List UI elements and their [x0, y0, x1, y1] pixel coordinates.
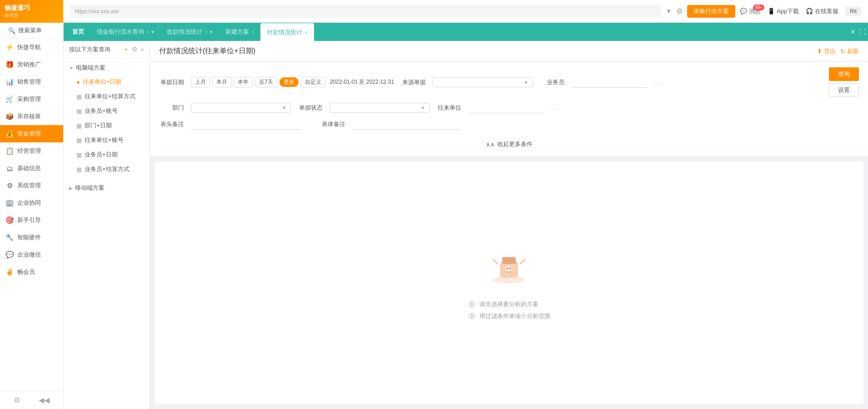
app-download-button[interactable]: 📱 App下载 — [768, 7, 799, 15]
unit-dots[interactable]: ... — [551, 105, 559, 111]
scheme-item-unit-date[interactable]: ● 往来单位+日期 — [64, 75, 150, 89]
section-arrow-desktop: ▼ — [69, 66, 74, 71]
section-arrow-mobile: ▶ — [69, 186, 73, 191]
svg-rect-2 — [502, 257, 516, 264]
add-scheme-icon[interactable]: ＋ — [123, 45, 129, 54]
scheme-sections: ▼ 电脑端方案 ● 往来单位+日期 ▦ 往来单位+结算方式 ▦ 业务员+账号 ▦… — [64, 59, 150, 197]
address-text: https://xxx.xxx.xxx — [75, 8, 119, 15]
trial-button[interactable]: 体验行业方案 — [687, 5, 735, 18]
this-month-btn[interactable]: 本月 — [212, 77, 231, 87]
sidebar-label-sales: 销售管理 — [17, 78, 41, 86]
dept-arrow-icon: ▼ — [282, 105, 287, 111]
export-button[interactable]: ⬆ 导出 — [817, 47, 836, 56]
close-tab-receipt-stats[interactable]: × — [205, 29, 207, 35]
filter-settings-button[interactable]: 设置 — [829, 83, 859, 97]
basic-info-icon: 🗂 — [5, 164, 14, 172]
staff-input[interactable] — [571, 77, 648, 88]
scheme-item-staff-date[interactable]: ▦ 业务员+日期 — [64, 147, 150, 162]
sidebar-label-capital: 资金管理 — [17, 130, 41, 138]
scheme-item-icon-staff-date: ▦ — [76, 151, 82, 158]
sidebar-item-marketing[interactable]: 🎁 营销推广 — [0, 56, 63, 73]
tab-arrow-receipt-stats[interactable]: ▾ — [210, 29, 213, 35]
more-date-btn[interactable]: 更多 — [279, 77, 299, 87]
scheme-section-header-desktop[interactable]: ▼ 电脑端方案 — [64, 61, 150, 75]
search-menu[interactable]: 🔍 搜索菜单 — [0, 23, 63, 39]
sidebar-item-system[interactable]: ⚙ 系统管理 — [0, 177, 63, 194]
svg-point-3 — [505, 266, 513, 273]
sidebar-item-guide[interactable]: 🎯 新手引导 — [0, 212, 63, 229]
scheme-item-staff-settle[interactable]: ▦ 业务员+结算方式 — [64, 162, 150, 177]
address-arrow[interactable]: ▼ — [666, 8, 672, 15]
tab-payment-stats[interactable]: 付款情况统计× — [260, 23, 314, 41]
sidebar-label-smart-hw: 智能硬件 — [17, 233, 41, 242]
sidebar-item-member[interactable]: ✌ 畅会员 — [0, 263, 63, 281]
scheme-item-dept-date[interactable]: ▦ 部门+日期 — [64, 118, 150, 133]
dept-label: 部门 — [159, 104, 184, 112]
messages-button[interactable]: 💬 消息 99+ — [740, 7, 761, 15]
sidebar-item-sales[interactable]: 📊 销售管理 — [0, 73, 63, 91]
sidebar-item-enterprise[interactable]: 🏢 企业协同 — [0, 194, 63, 212]
sidebar-item-inventory[interactable]: 📦 库存核算 — [0, 108, 63, 125]
wechat-icon: 💬 — [5, 251, 14, 259]
scheme-item-unit-account[interactable]: ▦ 往来单位+账号 — [64, 133, 150, 147]
sidebar-item-capital[interactable]: 💰 资金管理 — [0, 125, 63, 142]
source-select[interactable]: ▼ — [433, 77, 533, 87]
custom-date-btn[interactable]: 自定义 — [301, 77, 325, 87]
topbar-gear-icon[interactable]: ⚙ — [676, 7, 683, 15]
sidebar-label-system: 系统管理 — [17, 182, 41, 190]
scheme-item-unit-settle[interactable]: ▦ 往来单位+结算方式 — [64, 89, 150, 104]
sidebar-item-wechat[interactable]: 💬 企业微信 — [0, 246, 63, 263]
close-all-tabs-icon[interactable]: ✕ — [850, 28, 856, 35]
user-avatar[interactable]: Rit — [845, 7, 861, 16]
sidebar-logo-text: 畅捷通巧 — [5, 4, 30, 12]
tab-home[interactable]: 首页 — [66, 23, 90, 41]
sidebar-item-smart-hw[interactable]: 🔧 智能硬件 — [0, 229, 63, 246]
online-service-button[interactable]: 🎧 在线客服 — [806, 7, 838, 15]
close-tab-cash-flow[interactable]: × — [146, 29, 149, 35]
export-icon: ⬆ — [817, 48, 822, 55]
body-note-input[interactable] — [352, 119, 461, 130]
scheme-section-header-mobile[interactable]: ▶ 移动端方案 — [64, 181, 150, 195]
settings-icon[interactable]: ⚙ — [14, 396, 20, 404]
empty-tip-1: 1 请先选择要分析的方案 — [468, 300, 550, 308]
scheme-item-staff-account[interactable]: ▦ 业务员+账号 — [64, 104, 150, 118]
refresh-button[interactable]: ↻ 刷新 — [840, 47, 859, 56]
close-tab-new-scheme[interactable]: × — [251, 29, 254, 35]
member-icon: ✌ — [5, 268, 14, 276]
collapse-sidebar-icon[interactable]: ◀◀ — [39, 396, 50, 404]
staff-dots[interactable]: ... — [654, 79, 662, 86]
sidebar-label-guide: 新手引导 — [17, 216, 41, 224]
filter-row-1: 单据日期 上月 本月 本年 近7天 更多 自定义 2022-01-01 至 20… — [159, 67, 859, 97]
last-7-days-btn[interactable]: 近7天 — [255, 77, 277, 87]
tab-cash-flow[interactable]: 现金银行流水查询×▾ — [90, 23, 160, 41]
sidebar-item-basic-info[interactable]: 🗂 基础信息 — [0, 160, 63, 177]
staff-label: 业务员 — [539, 78, 564, 86]
sidebar-item-quick-nav[interactable]: ⚡ 快捷导航 — [0, 39, 63, 56]
sidebar-item-operations[interactable]: 📋 经营管理 — [0, 142, 63, 160]
purchase-icon: 🛒 — [5, 95, 14, 103]
service-label: 在线客服 — [815, 7, 838, 15]
scheme-item-icon-unit-date: ● — [76, 79, 80, 86]
source-arrow-icon: ▼ — [524, 80, 529, 85]
doc-status-select[interactable]: ▼ — [329, 103, 429, 113]
close-tab-payment-stats[interactable]: × — [304, 30, 307, 35]
unit-input[interactable] — [468, 102, 544, 113]
search-label: 搜索菜单 — [18, 26, 42, 35]
scheme-settings-icon[interactable]: ⚙ — [132, 45, 138, 54]
last-month-btn[interactable]: 上月 — [191, 77, 210, 87]
tab-new-scheme[interactable]: 新建方案× — [219, 23, 260, 41]
collapse-filters-button[interactable]: ∧∧ 收起更多条件 — [486, 137, 533, 151]
capital-icon: 💰 — [5, 130, 14, 138]
sidebar-item-purchase[interactable]: 🛒 采购管理 — [0, 91, 63, 108]
address-bar[interactable]: https://xxx.xxx.xxx — [70, 5, 661, 18]
collapse-panel-icon[interactable]: » — [140, 45, 144, 54]
dept-select[interactable]: ▼ — [191, 103, 291, 113]
maximize-icon[interactable]: ⛶ — [859, 28, 866, 35]
header-note-input[interactable] — [191, 119, 300, 130]
doc-status-label: 单据状态 — [298, 104, 323, 112]
tab-receipt-stats[interactable]: 收款情况统计×▾ — [160, 23, 219, 41]
tab-arrow-cash-flow[interactable]: ▾ — [151, 29, 154, 35]
this-year-btn[interactable]: 本年 — [234, 77, 253, 87]
scheme-item-label-unit-date: 往来单位+日期 — [83, 78, 122, 86]
query-button[interactable]: 查询 — [829, 67, 859, 81]
